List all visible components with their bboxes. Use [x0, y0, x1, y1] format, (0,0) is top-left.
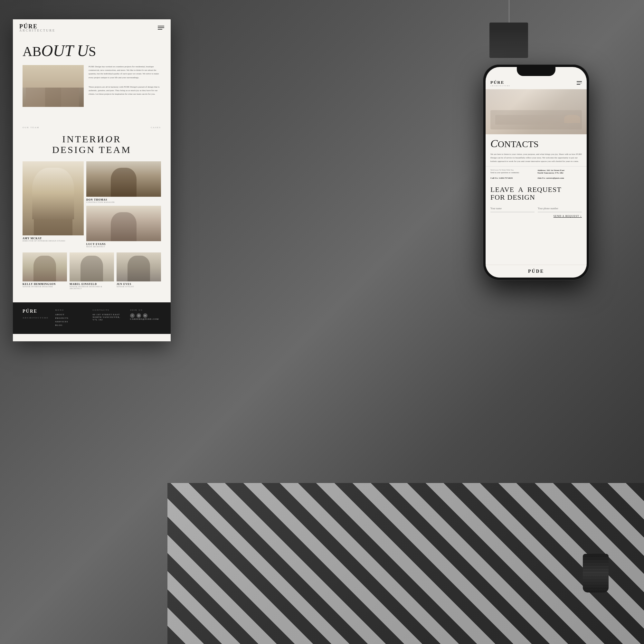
nav-menu-icon[interactable]: [158, 26, 164, 30]
about-content: PURE Design has worked on countless proj…: [23, 65, 161, 107]
leave-request-section: LEAVE A REQUESTFOR DESIGN SEND A REQUEST…: [486, 182, 587, 222]
contacts-hero-image: [486, 89, 587, 134]
phone-mockup: PÚRE ARCHITECTURE: [483, 64, 589, 280]
jen-photo: [117, 252, 161, 281]
team-title: INTERИORDESIGN TEAM: [23, 134, 161, 155]
floor-pattern: [167, 483, 644, 644]
about-title: ABOUT US: [23, 43, 161, 59]
phone-frame: PÚRE ARCHITECTURE: [483, 64, 589, 280]
footer-about-link[interactable]: ABOUT: [55, 313, 86, 316]
amy-mckay-card: AMY MCKAY DIRECTOR OF INTERIOR DESIGN ST…: [23, 161, 84, 248]
team-section: OUR TEAM CASES INTERИORDESIGN TEAM AMY M…: [13, 120, 171, 296]
footer-contacts-col: CONTACTS 60 1ST STREET EAST NORTH VANCOU…: [92, 309, 123, 327]
leave-request-title: LEAVE A REQUESTFOR DESIGN: [490, 186, 582, 201]
team-grid-bottom: KELLY HEMMINGSON Senior Interior Designe…: [23, 252, 161, 289]
work-with-info: We'd Love To Work With You Send us your …: [490, 169, 535, 174]
footer-join-col: JOIN US f ◎ in CAREERS@PURE.COM: [130, 309, 161, 327]
send-request-button[interactable]: SEND A REQUEST +: [554, 215, 582, 218]
contact-form-row: [490, 205, 582, 212]
lucy-evans-photo: [86, 206, 161, 241]
footer-blog-link[interactable]: BLOG: [55, 324, 86, 327]
footer-careers-link[interactable]: CAREERS@PURE.COM: [130, 318, 161, 320]
phone-content: PÚRE ARCHITECTURE: [486, 67, 587, 278]
about-team-photo: [23, 65, 84, 107]
phone-bottom-bar: PÚDE: [486, 265, 587, 278]
email-info: Join Us: careers@pure.com: [537, 177, 582, 179]
amy-mckay-photo: [23, 161, 84, 235]
footer-menu-col: MENU ABOUT PROJECTS SERVICES BLOG: [55, 309, 86, 327]
instagram-icon[interactable]: ◎: [137, 313, 141, 318]
about-section: ABOUT US PURE Design has worked on count…: [13, 36, 171, 120]
phone-screen: PÚRE ARCHITECTURE: [486, 67, 587, 278]
linkedin-icon[interactable]: in: [143, 313, 147, 318]
lucy-evans-card: LUCY EVANS MAIN ARCHITECT: [86, 206, 161, 248]
name-input[interactable]: [490, 205, 535, 212]
website-screenshot: PÚRE ARCHITECTURE ABOUT US PURE Design h…: [13, 19, 171, 341]
about-description: PURE Design has worked on countless proj…: [89, 65, 161, 107]
footer-projects-link[interactable]: PROJECTS: [55, 317, 86, 319]
address-info: Address: 161 1st Street East North Vanco…: [537, 169, 582, 174]
site-footer: PÚRE ARCHITECTURE MENU ABOUT PROJECTS SE…: [13, 302, 171, 334]
site-logo: PÚRE ARCHITECTURE: [19, 23, 55, 32]
footer-logo-col: PÚRE ARCHITECTURE: [23, 309, 49, 327]
lucy-evans-info: LUCY EVANS MAIN ARCHITECT: [86, 243, 161, 248]
phone-header: PÚRE ARCHITECTURE: [486, 77, 587, 89]
jen-card: JEN EVES Senior Stylist: [117, 252, 161, 289]
facebook-icon[interactable]: f: [130, 313, 135, 318]
send-request-row: SEND A REQUEST +: [490, 215, 582, 218]
kelly-card: KELLY HEMMINGSON Senior Interior Designe…: [23, 252, 67, 289]
footer-services-link[interactable]: SERVICES: [55, 320, 86, 323]
amy-mckay-info: AMY MCKAY DIRECTOR OF INTERIOR DESIGN ST…: [23, 237, 84, 242]
right-team-members: DON THOMAS CONSTRUCTION MANAGER LUCY EVA…: [86, 161, 161, 248]
phone-info: Call Us: 1.604.757.6631: [490, 177, 535, 179]
phone-notch: [517, 67, 555, 76]
don-thomas-info: DON THOMAS CONSTRUCTION MANAGER: [86, 198, 161, 203]
phone-input[interactable]: [538, 205, 582, 212]
contacts-info-grid: We'd Love To Work With You Send us your …: [486, 166, 587, 182]
pendant-light-decoration: [486, 0, 531, 64]
don-thomas-photo: [86, 161, 161, 197]
phone-logo: PÚRE ARCHITECTURE: [490, 79, 510, 87]
kelly-photo: [23, 252, 67, 281]
mabel-card: MABEL EINSFELD Senior Interior Designer …: [70, 252, 114, 289]
phone-nav-icon[interactable]: [577, 81, 582, 85]
vase-decoration: [583, 554, 609, 596]
social-icons: f ◎ in: [130, 313, 161, 318]
site-header: PÚRE ARCHITECTURE: [13, 19, 171, 36]
team-grid-top: AMY MCKAY DIRECTOR OF INTERIOR DESIGN ST…: [23, 161, 161, 248]
mabel-photo: [70, 252, 114, 281]
contacts-title: CONTACTS: [486, 134, 587, 151]
don-thomas-card: DON THOMAS CONSTRUCTION MANAGER: [86, 161, 161, 203]
